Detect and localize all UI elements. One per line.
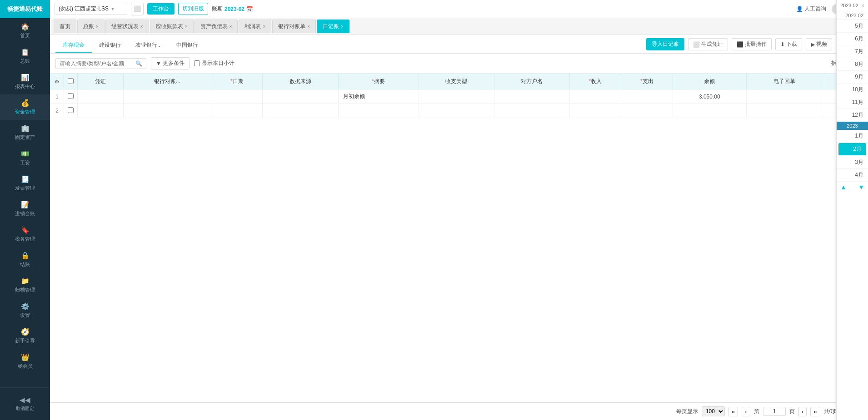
select-all-checkbox[interactable] bbox=[68, 78, 74, 84]
tab-总账[interactable]: 总账× bbox=[77, 20, 105, 33]
batch-operation-button[interactable]: ⬛ 批量操作 bbox=[732, 38, 772, 50]
date-2023-item-4月[interactable]: 4月 bbox=[837, 169, 868, 182]
tab-经营状况表[interactable]: 经营状况表× bbox=[105, 20, 149, 33]
sidebar-item-税务管理[interactable]: 🔖税务管理 bbox=[0, 222, 50, 247]
row-summary: 月初余额 bbox=[338, 89, 419, 104]
tab-close-icon[interactable]: × bbox=[307, 24, 310, 29]
search-input-container[interactable]: 🔍 bbox=[55, 58, 146, 69]
tab-close-icon[interactable]: × bbox=[140, 24, 143, 29]
sidebar-item-畅会员[interactable]: 👑畅会员 bbox=[0, 349, 50, 374]
sidebar-item-首页[interactable]: 🏠首页 bbox=[0, 18, 50, 44]
last-page-button[interactable]: » bbox=[810, 407, 820, 416]
workbench-button[interactable]: 工作台 bbox=[147, 3, 175, 15]
video-button[interactable]: ▶ 视频 bbox=[806, 38, 832, 50]
tab-close-icon[interactable]: × bbox=[96, 24, 99, 29]
subtab-中国银行[interactable]: 中国银行 bbox=[169, 39, 205, 53]
support-link[interactable]: 👤 人工咨询 bbox=[796, 5, 826, 13]
video-icon: ▶ bbox=[811, 41, 815, 48]
sidebar-bottom: ◀◀ 取消固定 bbox=[0, 387, 50, 420]
sidebar-item-总账[interactable]: 📋总账 bbox=[0, 44, 50, 69]
date-item-11月[interactable]: 11月 bbox=[837, 96, 868, 109]
date-item-9月[interactable]: 9月 bbox=[837, 71, 868, 84]
date-item-7月[interactable]: 7月 bbox=[837, 45, 868, 58]
company-selector[interactable]: (勿易) 江西超宝-LSS ▼ bbox=[55, 3, 127, 15]
download-button[interactable]: ⬇ 下载 bbox=[775, 38, 802, 50]
date-item-12月[interactable]: 12月 bbox=[837, 109, 868, 122]
date-panel-down-icon[interactable]: ▼ bbox=[858, 183, 864, 191]
sidebar-item-报表中心[interactable]: 📊报表中心 bbox=[0, 69, 50, 94]
tab-银行对账单[interactable]: 银行对账单× bbox=[272, 20, 316, 33]
show-daily-total-checkbox[interactable]: 显示本日小计 bbox=[194, 59, 234, 67]
subtab-建设银行[interactable]: 建设银行 bbox=[92, 39, 128, 53]
sidebar-item-结账[interactable]: 🔒结账 bbox=[0, 247, 50, 272]
more-filters-button[interactable]: ▼ 更多条件 bbox=[151, 57, 190, 69]
sidebar-item-发票管理[interactable]: 🧾发票管理 bbox=[0, 171, 50, 196]
subtab-bar: 库存现金建设银行农业银行...中国银行 导入日记账 ⬜ 生成凭证 ⬛ 批量操作 … bbox=[50, 35, 868, 54]
tab-close-icon[interactable]: × bbox=[185, 24, 188, 29]
sidebar-icon-10: 📁 bbox=[21, 277, 30, 285]
sidebar-logo: 畅捷通易代账 bbox=[0, 0, 50, 18]
sidebar-icon-8: 🔖 bbox=[21, 226, 30, 234]
tab-日记账[interactable]: 日记账× bbox=[317, 20, 349, 33]
page-size-label: 每页显示 bbox=[676, 408, 698, 415]
calendar-icon[interactable]: 📅 bbox=[246, 6, 253, 12]
date-item-5月[interactable]: 5月 bbox=[837, 20, 868, 33]
sidebar-item-新手引导[interactable]: 🧭新手引导 bbox=[0, 323, 50, 349]
switch-old-button[interactable]: 切到旧版 bbox=[178, 3, 208, 15]
sidebar-item-资金管理[interactable]: 💰资金管理 bbox=[0, 94, 50, 120]
date-2023-item-2月[interactable]: 2月 bbox=[838, 143, 866, 156]
search-icon[interactable]: 🔍 bbox=[135, 60, 142, 67]
subtab-库存现金[interactable]: 库存现金 bbox=[55, 39, 92, 53]
chevron-down-icon: ▼ bbox=[110, 6, 115, 11]
sidebar-item-固定资产[interactable]: 🏢固定资产 bbox=[0, 120, 50, 145]
download-icon: ⬇ bbox=[780, 41, 785, 48]
row-checkbox[interactable] bbox=[64, 104, 78, 118]
search-input[interactable] bbox=[60, 60, 134, 67]
tab-close-icon[interactable]: × bbox=[229, 24, 232, 29]
subtab-农业银行...[interactable]: 农业银行... bbox=[128, 39, 169, 53]
sidebar-item-设置[interactable]: ⚙️设置 bbox=[0, 298, 50, 323]
date-2023-item-3月[interactable]: 3月 bbox=[837, 156, 868, 169]
tab-应收账款表[interactable]: 应收账款表× bbox=[150, 20, 194, 33]
page-number-input[interactable] bbox=[763, 407, 786, 416]
sidebar: 畅捷通易代账 🏠首页📋总账📊报表中心💰资金管理🏢固定资产💵工资🧾发票管理📝进销台… bbox=[0, 0, 50, 420]
first-page-button[interactable]: « bbox=[728, 407, 738, 416]
tab-close-icon[interactable]: × bbox=[341, 24, 344, 29]
row-checkbox[interactable] bbox=[64, 89, 78, 104]
tab-close-icon[interactable]: × bbox=[263, 24, 265, 29]
date-item-6月[interactable]: 6月 bbox=[837, 33, 868, 45]
sidebar-item-collapse[interactable]: ◀◀ 取消固定 bbox=[0, 391, 50, 416]
table-header-row: ⚙ 凭证 银行对账... *日期 数据来源 *摘要 收支类型 对方户名 *收入 … bbox=[50, 74, 868, 89]
th-settings[interactable]: ⚙ bbox=[50, 74, 64, 89]
sidebar-item-工资[interactable]: 💵工资 bbox=[0, 145, 50, 171]
table-footer: 每页显示 100 10 20 50 « ‹ 第 页 › » 共0页，0条记录 bbox=[50, 402, 868, 420]
sidebar-icon-9: 🔒 bbox=[21, 252, 30, 260]
th-checkbox[interactable] bbox=[64, 74, 78, 89]
date-2023-item-1月[interactable]: 1月 bbox=[837, 130, 868, 143]
prev-page-button[interactable]: ‹ bbox=[742, 407, 750, 416]
th-income: *收入 bbox=[569, 74, 621, 89]
sidebar-icon-1: 📋 bbox=[21, 48, 30, 56]
content: 库存现金建设银行农业银行...中国银行 导入日记账 ⬜ 生成凭证 ⬛ 批量操作 … bbox=[50, 35, 868, 420]
date-prev-year-item[interactable]: 2023.02 bbox=[837, 11, 868, 20]
row-income bbox=[569, 104, 621, 118]
copy-icon[interactable]: ⬜ bbox=[131, 3, 144, 15]
generate-icon: ⬜ bbox=[693, 41, 700, 48]
daily-total-check[interactable] bbox=[194, 60, 200, 66]
sidebar-item-归档管理[interactable]: 📁归档管理 bbox=[0, 272, 50, 298]
page-size-select[interactable]: 100 10 20 50 bbox=[702, 406, 725, 416]
date-item-8月[interactable]: 8月 bbox=[837, 58, 868, 71]
period-value: 2023-02 bbox=[224, 6, 244, 12]
next-page-button[interactable]: › bbox=[798, 407, 807, 416]
import-button[interactable]: 导入日记账 bbox=[646, 38, 684, 50]
sidebar-item-进销台账[interactable]: 📝进销台账 bbox=[0, 196, 50, 222]
date-panel-close-button[interactable]: × bbox=[862, 3, 864, 8]
date-panel-up-icon[interactable]: ▲ bbox=[840, 183, 847, 191]
subtab-actions: 导入日记账 ⬜ 生成凭证 ⬛ 批量操作 ⬇ 下载 ▶ 视频 bbox=[646, 38, 863, 53]
tab-首页[interactable]: 首页 bbox=[54, 20, 76, 33]
date-item-10月[interactable]: 10月 bbox=[837, 84, 868, 96]
row-expenditure bbox=[621, 89, 673, 104]
tab-利润表[interactable]: 利润表× bbox=[239, 20, 271, 33]
tab-资产负债表[interactable]: 资产负债表× bbox=[195, 20, 238, 33]
generate-voucher-button[interactable]: ⬜ 生成凭证 bbox=[688, 38, 728, 50]
